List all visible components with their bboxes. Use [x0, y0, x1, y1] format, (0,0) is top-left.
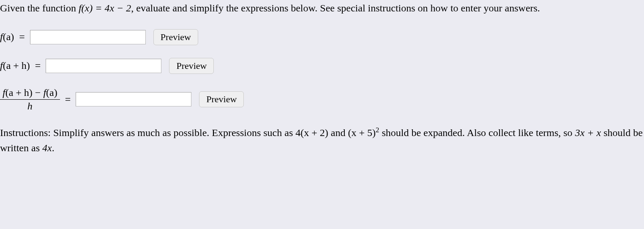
row-fah: f(a + h) = Preview	[0, 58, 644, 74]
equals-3: =	[65, 94, 71, 105]
equals-1: =	[19, 31, 25, 43]
label-diffquotient: f(a + h) − f(a) h	[0, 87, 60, 112]
intro-post: , evaluate and simplify the expressions …	[131, 3, 540, 14]
label-fa: f(a)	[0, 31, 14, 43]
dq-f1: f	[3, 87, 5, 98]
problem-statement: Given the function f(x) = 4x − 2, evalua…	[0, 1, 644, 16]
input-diffquotient[interactable]	[76, 92, 191, 106]
equals-2: =	[35, 60, 41, 71]
instr-ex1-coef: 4	[295, 127, 300, 138]
row-diffquotient: f(a + h) − f(a) h = Preview	[0, 87, 644, 112]
dq-arg2: (a)	[46, 87, 57, 98]
instr-ex4: 4x	[42, 142, 52, 153]
fah-arg: (a + h)	[3, 60, 30, 71]
fa-f: f	[0, 31, 3, 42]
preview-button-fa[interactable]: Preview	[153, 29, 198, 45]
dq-denominator: h	[25, 100, 35, 112]
instr-ex2-arg: (x + 5)	[348, 127, 376, 138]
instr-tail: .	[52, 142, 55, 153]
input-fa[interactable]	[30, 30, 146, 44]
fa-arg: (a)	[3, 31, 14, 42]
instr-ex3: 3x + x	[575, 127, 601, 138]
label-fah: f(a + h)	[0, 60, 30, 71]
preview-button-diffquotient[interactable]: Preview	[199, 91, 244, 107]
input-fah[interactable]	[46, 59, 161, 73]
instructions-block: Instructions: Simplify answers as much a…	[0, 125, 644, 155]
dq-arg1: (a + h)	[5, 87, 33, 98]
dq-numerator: f(a + h) − f(a)	[0, 87, 60, 100]
row-fa: f(a) = Preview	[0, 29, 644, 45]
instr-mid1: and	[328, 127, 348, 138]
instr-mid2: should be expanded. Also collect like te…	[379, 127, 575, 138]
intro-function: f(x) = 4x − 2	[79, 3, 131, 14]
fah-f: f	[0, 60, 3, 71]
dq-minus: −	[33, 87, 44, 98]
instr-ex1-arg: (x + 2)	[300, 127, 328, 138]
instr-lead: Instructions: Simplify answers as much a…	[0, 127, 295, 138]
preview-button-fah[interactable]: Preview	[169, 58, 214, 74]
intro-pre: Given the function	[0, 3, 79, 14]
